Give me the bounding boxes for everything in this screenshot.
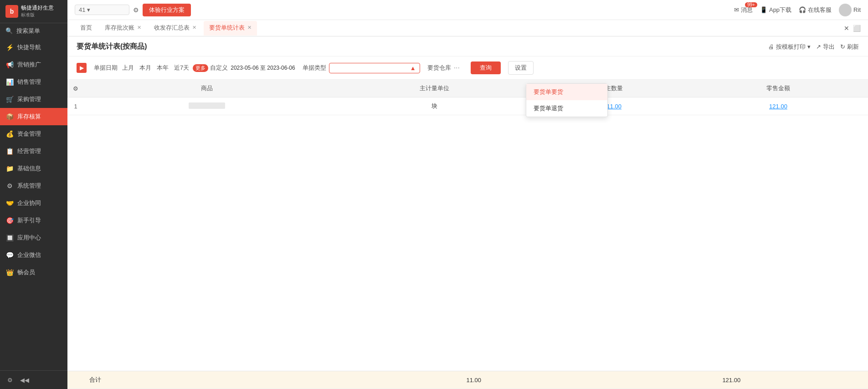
tab-receivable-summary[interactable]: 收发存汇总表 ✕ xyxy=(149,21,202,36)
tab-order-stats[interactable]: 要货单统计表 ✕ xyxy=(204,21,257,36)
marketing-icon: 📢 xyxy=(5,61,14,69)
sidebar-item-app-center[interactable]: 🔲 应用中心 xyxy=(0,229,67,246)
topbar-gear-icon[interactable]: ⚙ xyxy=(133,6,139,14)
warehouse-filter-label: 要货仓库 xyxy=(427,64,451,72)
tab-close-all-icon[interactable]: ✕ xyxy=(844,25,849,32)
sidebar-item-inventory[interactable]: 📦 库存核算 xyxy=(0,108,67,125)
type-filter-group: 单据类型 ▲ 要货单要货 要货单退货 xyxy=(303,63,420,73)
sidebar-item-label: 快捷导航 xyxy=(17,43,41,51)
tab-inventory-batch[interactable]: 库存批次账 ✕ xyxy=(99,21,147,36)
set-button[interactable]: 设置 xyxy=(508,61,534,75)
table-area: ⚙ 商品 主计量单位 主数量 零售金额 1 块 xyxy=(67,80,868,389)
cell-amount: 121.00 xyxy=(688,97,868,115)
summary-table: 合计 11.00 121.00 xyxy=(67,371,868,389)
tab-inventory-batch-label: 库存批次账 xyxy=(105,24,134,32)
topbar-left: 41 ▾ ⚙ 体验行业方案 xyxy=(75,4,191,16)
app-name: 畅捷通好生意 xyxy=(21,5,54,12)
table-header-row: ⚙ 商品 主计量单位 主数量 零售金额 xyxy=(67,80,868,97)
export-button[interactable]: ↗ 导出 xyxy=(816,43,835,51)
sidebar-item-label: 基础信息 xyxy=(17,164,41,173)
type-dropdown-arrow-icon[interactable]: ▲ xyxy=(410,65,416,72)
custom-date-btn[interactable]: 自定义 xyxy=(210,64,228,72)
last-7-days-btn[interactable]: 近7天 xyxy=(172,63,191,73)
sidebar-item-quick-nav[interactable]: ⚡ 快捷导航 xyxy=(0,39,67,56)
sidebar-item-wechat[interactable]: 💬 企业微信 xyxy=(0,246,67,264)
dropdown-item-order-return[interactable]: 要货单退货 xyxy=(526,100,607,117)
sidebar-item-purchase[interactable]: 🛒 采购管理 xyxy=(0,91,67,108)
app-download-label: App下载 xyxy=(769,6,791,14)
operations-icon: 📋 xyxy=(5,147,14,155)
summary-row: 合计 11.00 121.00 xyxy=(67,371,868,389)
online-service-button[interactable]: 🎧 在线客服 xyxy=(799,6,832,14)
sidebar-search-label: 搜索菜单 xyxy=(16,27,40,35)
col-settings[interactable]: ⚙ xyxy=(67,80,84,97)
tab-expand-icon[interactable]: ⬜ xyxy=(853,25,861,32)
print-icon: 🖨 xyxy=(768,43,774,50)
table-row: 1 块 11.00 121.00 xyxy=(67,97,868,115)
purchase-icon: 🛒 xyxy=(5,95,14,103)
tab-home[interactable]: 首页 xyxy=(75,21,98,36)
this-month-btn[interactable]: 本月 xyxy=(138,63,153,73)
basics-icon: 📁 xyxy=(5,164,14,173)
print-template-button[interactable]: 🖨 按模板打印 ▾ xyxy=(768,43,811,51)
tab-receivable-summary-label: 收发存汇总表 xyxy=(154,24,190,32)
sidebar-item-operations[interactable]: 📋 经营管理 xyxy=(0,143,67,160)
type-filter-input[interactable]: ▲ xyxy=(329,63,420,73)
tab-order-stats-close[interactable]: ✕ xyxy=(247,25,252,31)
sidebar-search[interactable]: 🔍 搜索菜单 xyxy=(0,23,67,39)
dropdown-item-order-goods[interactable]: 要货单要货 xyxy=(526,84,607,100)
settings-bottom-icon[interactable]: ⚙ xyxy=(5,375,15,384)
summary-empty-2 xyxy=(298,371,353,389)
filter-expand-button[interactable]: ▶ xyxy=(77,63,87,73)
collapse-sidebar-button[interactable]: ◀◀ xyxy=(20,375,29,384)
system-icon: ⚙ xyxy=(5,182,14,190)
sidebar-item-label: 应用中心 xyxy=(17,234,41,242)
sales-icon: 📊 xyxy=(5,78,14,86)
filter-bar: ▶ 单据日期 上月 本月 本年 近7天 更多 自定义 2023-05-06 至 … xyxy=(67,56,868,80)
col-product: 商品 xyxy=(84,80,329,97)
sidebar-item-sales[interactable]: 📊 销售管理 xyxy=(0,73,67,91)
type-input-field[interactable] xyxy=(333,65,408,72)
sidebar-item-system[interactable]: ⚙ 系统管理 xyxy=(0,177,67,194)
sidebar-item-basics[interactable]: 📁 基础信息 xyxy=(0,160,67,177)
sidebar-item-marketing[interactable]: 📢 营销推广 xyxy=(0,56,67,73)
more-dates-btn[interactable]: 更多 xyxy=(193,64,208,72)
warehouse-more-icon[interactable]: ··· xyxy=(454,64,460,72)
amount-link[interactable]: 121.00 xyxy=(769,103,787,110)
sidebar-item-label: 营销推广 xyxy=(17,61,41,69)
service-icon: 🎧 xyxy=(799,6,806,13)
sidebar-item-finance[interactable]: 💰 资金管理 xyxy=(0,125,67,143)
user-avatar[interactable]: Rit xyxy=(839,4,861,16)
data-table: ⚙ 商品 主计量单位 主数量 零售金额 1 块 xyxy=(67,80,868,115)
quick-nav-icon: ⚡ xyxy=(5,43,14,51)
search-icon: 🔍 xyxy=(5,27,13,34)
topbar-right: ✉ 消息 99+ 📱 App下载 🎧 在线客服 Rit xyxy=(734,4,861,16)
tab-receivable-summary-close[interactable]: ✕ xyxy=(192,25,196,31)
print-chevron-icon: ▾ xyxy=(807,43,811,50)
message-icon: ✉ xyxy=(734,6,739,13)
export-label: 导出 xyxy=(823,43,835,51)
sidebar-item-guide[interactable]: 🎯 新手引导 xyxy=(0,212,67,229)
trial-button[interactable]: 体验行业方案 xyxy=(143,4,191,16)
app-version: 标准版 xyxy=(21,12,54,18)
table-wrapper: ⚙ 商品 主计量单位 主数量 零售金额 1 块 xyxy=(67,80,868,371)
topbar-store-selector[interactable]: 41 ▾ xyxy=(75,5,129,15)
message-button[interactable]: ✉ 消息 99+ xyxy=(734,6,753,14)
app-download-button[interactable]: 📱 App下载 xyxy=(760,6,791,14)
warehouse-filter-group: 要货仓库 ··· xyxy=(427,64,460,72)
enterprise-icon: 🤝 xyxy=(5,199,14,207)
date-shortcuts: 上月 本月 本年 近7天 更多 自定义 xyxy=(120,63,228,73)
sidebar-item-label: 销售管理 xyxy=(17,78,41,86)
sidebar-item-member[interactable]: 👑 畅会员 xyxy=(0,264,67,281)
page-header-actions: 🖨 按模板打印 ▾ ↗ 导出 ↻ 刷新 xyxy=(768,43,859,56)
last-month-btn[interactable]: 上月 xyxy=(120,63,136,73)
this-year-btn[interactable]: 本年 xyxy=(155,63,170,73)
topbar: 41 ▾ ⚙ 体验行业方案 ✉ 消息 99+ 📱 App下载 🎧 在线客服 R xyxy=(67,0,868,20)
tab-inventory-batch-close[interactable]: ✕ xyxy=(137,25,141,31)
refresh-button[interactable]: ↻ 刷新 xyxy=(840,43,859,51)
app-logo-icon: b xyxy=(5,5,18,18)
sidebar-item-enterprise[interactable]: 🤝 企业协同 xyxy=(0,194,67,212)
sidebar-item-label: 资金管理 xyxy=(17,130,41,138)
quantity-link[interactable]: 11.00 xyxy=(606,103,621,110)
query-button[interactable]: 查询 xyxy=(471,61,501,74)
